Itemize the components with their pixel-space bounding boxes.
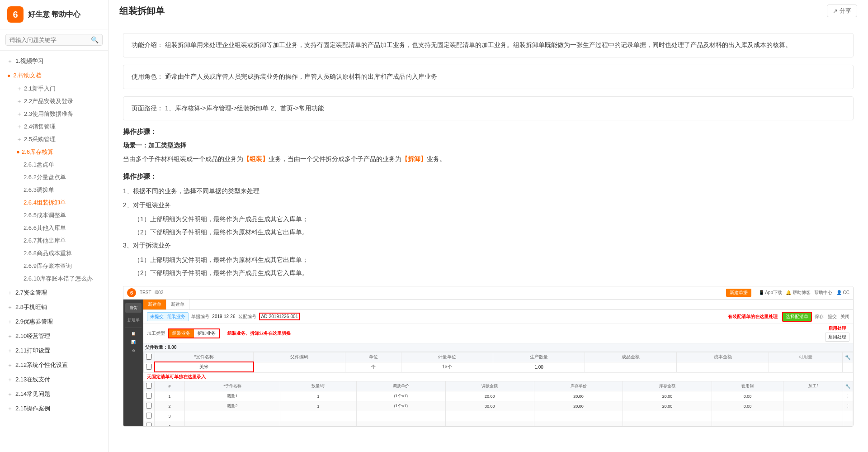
search-icon[interactable]: 🔍 xyxy=(91,36,99,43)
search-input[interactable] xyxy=(9,37,91,43)
nav-sub-cost-recalc[interactable]: 2.6.8商品成本重算 xyxy=(0,247,108,260)
top-bar: 组装拆卸单 ↗ 分享 xyxy=(108,0,868,22)
nav-label-inventory: 2.6库存核算 xyxy=(22,148,53,155)
row-checkbox[interactable] xyxy=(146,364,152,370)
table-row: 4 xyxy=(144,421,853,426)
divider1 xyxy=(125,328,142,328)
mock-form-header: 未提交 组装业务 单据编号 2019-12-26 装配编号 AD-2019122… xyxy=(143,310,853,324)
mock-type-disassemble[interactable]: 拆卸业务 xyxy=(194,329,219,338)
logo-icon: 6 xyxy=(7,6,24,23)
nav-sub-stocktake[interactable]: 2.6.1盘点单 xyxy=(0,158,108,171)
mock-child-col-total-qty: 调拨单价 xyxy=(357,381,445,391)
nav-children-docs: ＋2.1新手入门 ＋2.2产品安装及登录 ＋2.3使用前数据准备 ＋2.4销售管… xyxy=(0,82,108,285)
nav-item-mobile[interactable]: ＋ 2.8手机旺铺 xyxy=(0,300,108,314)
step3: 3、对于拆装业务 xyxy=(123,240,854,251)
mock-tab-list[interactable]: 新建单 xyxy=(166,300,189,309)
step2: 2、对于组装业务 xyxy=(123,200,854,211)
nav-group-faq: ＋ 2.14常见问题 xyxy=(0,387,108,401)
nav-item-videos[interactable]: ＋ 1.视频学习 xyxy=(0,54,108,68)
nav-label-faq: 2.14常见问题 xyxy=(15,390,50,398)
table-row: 关米 个 1×个 1.00 xyxy=(144,362,853,372)
nav-item-print[interactable]: ＋ 2.11打印设置 xyxy=(0,344,108,357)
mock-parent-thead: *父件名称 父件编码 单位 计量单位 生产数量 成品金额 成本金额 可用量 🔧 xyxy=(144,352,853,362)
mock-col-parent-unit-type: 单位 xyxy=(345,352,401,362)
role-text: 通常由生产人员或库管人员完成拆装业务的操作，库管人员确认原材料的出库和产成品的入… xyxy=(165,73,437,80)
mock-child-col-stock-price: 套用制 xyxy=(712,381,783,391)
annotation-toggle: 组装业务、拆卸业务在这里切换 xyxy=(227,330,291,337)
nav-item-operation[interactable]: ＋ 2.10经营管理 xyxy=(0,329,108,343)
intro-label: 功能介绍： xyxy=(132,41,163,48)
role-box: 使用角色： 通常由生产人员或库管人员完成拆装业务的操作，库管人员确认原材料的出库… xyxy=(123,65,854,89)
select-all-checkbox[interactable] xyxy=(146,354,152,360)
nav-sub-ledger-error[interactable]: 2.6.10库存账本错了怎么办 xyxy=(0,272,108,285)
step2-sub1: （1）上部明细为父件明细，最终作为产成品生成其它入库单； xyxy=(123,214,854,225)
nav-sub-other-out[interactable]: 2.6.7其他出库单 xyxy=(0,234,108,247)
mock-child-col-allot-price: 库存单价 xyxy=(534,381,623,391)
share-label: 分享 xyxy=(840,7,851,15)
mock-status-badge: 未提交 组装业务 xyxy=(147,312,189,321)
nav-label-cost-adjust: 2.6.5成本调整单 xyxy=(24,212,66,219)
nav-item-sales[interactable]: ＋2.4销售管理 xyxy=(0,120,108,133)
mock-col-select xyxy=(144,352,155,362)
plus-icon-cases: ＋ xyxy=(7,405,13,413)
nav-group-online-pay: ＋ 2.13在线支付 xyxy=(0,373,108,386)
nav-sub-assembly[interactable]: 2.6.4组装拆卸单 xyxy=(0,196,108,209)
nav-group-finance: ＋ 2.7资金管理 xyxy=(0,286,108,300)
mock-col-parent-more: 🔧 xyxy=(843,352,853,362)
nav-item-docs[interactable]: ● 2.帮助文档 xyxy=(0,69,108,82)
mock-proc-type-label: 加工类型 xyxy=(147,330,165,337)
nav-sub-other-in[interactable]: 2.6.6其他入库单 xyxy=(0,222,108,234)
mock-col-parent-code: 父件编码 xyxy=(254,352,345,362)
nav-label-docs: 2.帮助文档 xyxy=(13,71,42,80)
nav-sub-ledger-query[interactable]: 2.6.9库存账本查询 xyxy=(0,260,108,272)
nav-item-finance[interactable]: ＋ 2.7资金管理 xyxy=(0,286,108,300)
mock-select-bom-btn[interactable]: 选择配清单 xyxy=(782,312,812,322)
nav-item-install[interactable]: ＋2.2产品安装及登录 xyxy=(0,95,108,108)
nav-item-personalize[interactable]: ＋ 2.12系统个性化设置 xyxy=(0,358,108,372)
scene1-desc-text: 当由多个子件材料组装成一个成品的业务为【组装】业务，当由一个父件拆分成多个子产品… xyxy=(123,155,446,162)
mock-tab-new[interactable]: 新建单 xyxy=(143,300,166,309)
scene1-title-text: 场景一：加工类型选择 xyxy=(123,142,186,149)
mock-nav-item2: 新建单 xyxy=(127,315,141,325)
mock-enable-btn[interactable]: 启用处理 xyxy=(825,333,849,342)
mock-child-col-select xyxy=(144,381,155,391)
child-select-all[interactable] xyxy=(146,383,152,389)
intro-box: 功能介绍： 组装拆卸单用来处理企业组装或拆卸等加工业务，支持有固定装配清单的产品… xyxy=(123,33,854,57)
mock-new-btn[interactable]: 新建单据 xyxy=(726,289,751,297)
nav-item-purchase[interactable]: ＋2.5采购管理 xyxy=(0,133,108,146)
mock-type-toggle[interactable]: 组装业务 拆卸业务 xyxy=(168,328,220,338)
mock-col-parent-measure: 计量单位 xyxy=(401,352,493,362)
nav-sub-partial-stocktake[interactable]: 2.6.2分量盘点单 xyxy=(0,171,108,184)
step2-sub2: （2）下部明细为子件明细，最终作为原材料生成其它出库单。 xyxy=(123,227,854,238)
role-label: 使用角色： xyxy=(132,73,163,80)
mock-app: 6 TEST-H002 新建单据 📱 App下载 🔔 帮助博客 帮助中心 👤 C… xyxy=(123,286,853,426)
mock-type-assemble[interactable]: 组装业务 xyxy=(169,329,194,338)
nav-label-cost-recalc: 2.6.8商品成本重算 xyxy=(24,250,72,257)
nav-item-inventory[interactable]: ●2.6库存核算 xyxy=(0,146,108,158)
mock-content: 新建单 新建单 未提交 组装业务 单据编号 2019-12-26 装配编号 AD… xyxy=(143,300,853,426)
nav-label-new-user: 2.1新手入门 xyxy=(24,85,56,92)
nav-item-new-user[interactable]: ＋2.1新手入门 xyxy=(0,82,108,95)
nav-sub-cost-adjust[interactable]: 2.6.5成本调整单 xyxy=(0,209,108,222)
mock-parent-tbody: 关米 个 1×个 1.00 xyxy=(144,362,853,372)
nav-item-data-prep[interactable]: ＋2.3使用前数据准备 xyxy=(0,108,108,120)
mock-doc-num-label: 单据编号 xyxy=(191,314,209,320)
nav-label-transfer: 2.6.3调拨单 xyxy=(24,186,54,193)
nav-group-operation: ＋ 2.10经营管理 xyxy=(0,329,108,343)
mock-assembly-num-label: 装配编号 xyxy=(238,314,256,320)
nav-label-mobile: 2.8手机旺铺 xyxy=(15,303,47,311)
mock-app-bar: 6 TEST-H002 新建单据 📱 App下载 🔔 帮助博客 帮助中心 👤 C… xyxy=(123,286,853,300)
share-button[interactable]: ↗ 分享 xyxy=(827,5,857,17)
mock-tab-bar: 新建单 新建单 xyxy=(143,300,853,310)
nav-item-faq[interactable]: ＋ 2.14常见问题 xyxy=(0,387,108,401)
mock-row-parent-unit: 个 xyxy=(345,362,401,372)
nav-item-online-pay[interactable]: ＋ 2.13在线支付 xyxy=(0,373,108,386)
child-row-cb2[interactable] xyxy=(146,403,152,409)
mock-col-parent-name: *父件名称 xyxy=(155,352,254,362)
mock-nav-icon2: 📊 xyxy=(130,339,137,345)
nav-item-coupon[interactable]: ＋ 2.9优惠券管理 xyxy=(0,315,108,328)
child-row-cb1[interactable] xyxy=(146,393,152,399)
nav-sub-transfer[interactable]: 2.6.3调拨单 xyxy=(0,184,108,196)
mock-child-col-name: *子件名称 xyxy=(184,381,280,391)
nav-item-cases[interactable]: ＋ 2.15操作案例 xyxy=(0,402,108,415)
